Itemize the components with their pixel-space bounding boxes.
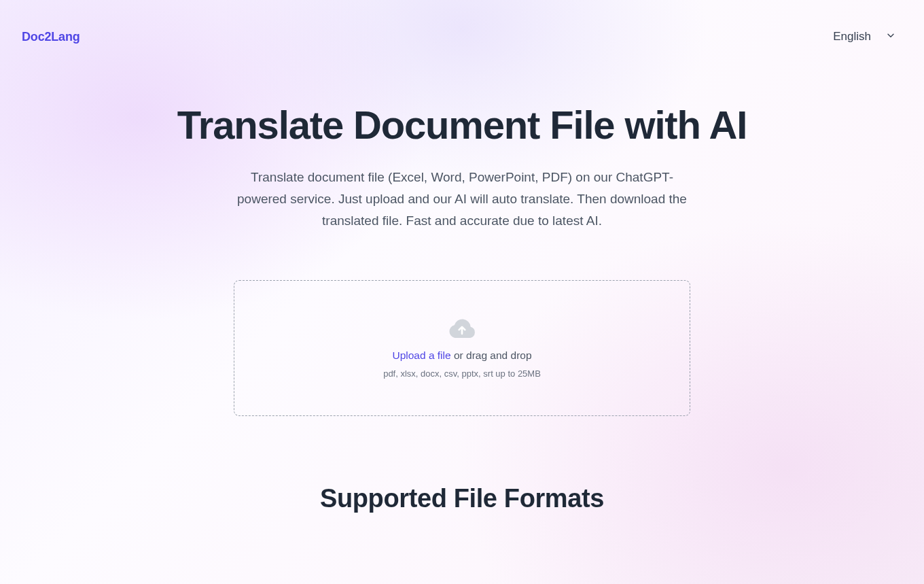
- supported-formats-title: Supported File Formats: [0, 484, 924, 513]
- logo-link[interactable]: Doc2Lang: [22, 30, 80, 44]
- hero-section: Translate Document File with AI Translat…: [0, 49, 924, 416]
- language-selector[interactable]: English: [833, 30, 902, 44]
- language-label: English: [833, 30, 871, 44]
- header: Doc2Lang English: [0, 0, 924, 49]
- upload-hint: pdf, xlsx, docx, csv, pptx, srt up to 25…: [383, 368, 541, 379]
- chevron-down-icon: [887, 33, 894, 40]
- hero-title: Translate Document File with AI: [156, 105, 768, 146]
- upload-text-line: Upload a file or drag and drop: [392, 349, 531, 362]
- upload-drag-text: or drag and drop: [451, 349, 532, 361]
- hero-subtitle: Translate document file (Excel, Word, Po…: [231, 167, 693, 233]
- cloud-upload-icon: [448, 317, 476, 340]
- upload-link[interactable]: Upload a file: [392, 349, 450, 361]
- upload-dropzone[interactable]: Upload a file or drag and drop pdf, xlsx…: [234, 280, 690, 416]
